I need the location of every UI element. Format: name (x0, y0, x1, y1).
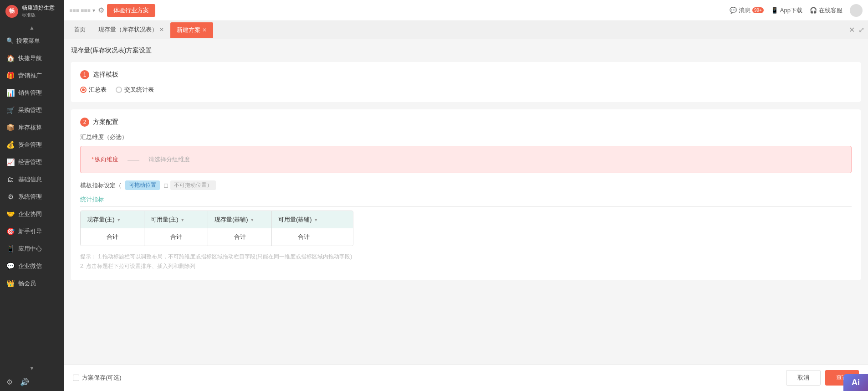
sidebar-icon-system: ⚙ (6, 193, 15, 201)
tab-inventory-status[interactable]: 现存量（库存状况表） ✕ (92, 22, 170, 38)
sidebar-item-system[interactable]: ⚙系统管理 (0, 188, 64, 206)
app-logo-icon: 畅 (5, 5, 18, 18)
radio-cross-label: 交叉统计表 (124, 86, 154, 94)
sidebar-item-quick-nav[interactable]: 🏠快捷导航 (0, 50, 64, 67)
user-avatar[interactable] (850, 4, 863, 17)
step1-badge: 1 (80, 70, 89, 79)
stats-table-body: 合计合计合计合计 (81, 228, 353, 246)
sidebar-item-wechat[interactable]: 💬企业微信 (0, 257, 64, 275)
panel-expand-btn[interactable]: ⤢ (858, 26, 864, 34)
topbar-gear-icon[interactable]: ⚙ (98, 6, 104, 15)
sidebar-item-operations[interactable]: 📈经营管理 (0, 154, 64, 171)
stats-col-label-3: 可用量(基辅) (278, 216, 312, 224)
tab-inventory-close[interactable]: ✕ (159, 26, 164, 33)
sidebar-item-finance[interactable]: 💰资金管理 (0, 136, 64, 154)
sidebar-icon-newbie: 🎯 (6, 227, 15, 236)
sidebar: 畅 畅康通好生意 标准版 ▲ 🔍 搜索菜单 🏠快捷导航🎁营销推广📊销售管理🛒采购… (0, 0, 64, 391)
app-download-btn[interactable]: 📱 App下载 (771, 6, 802, 15)
message-label: 消息 (739, 6, 751, 15)
sidebar-item-marketing[interactable]: 🎁营销推广 (0, 67, 64, 84)
sidebar-item-member[interactable]: 👑畅会员 (0, 275, 64, 292)
sidebar-icon-wechat: 💬 (6, 262, 15, 270)
step2-badge: 2 (80, 118, 89, 127)
sidebar-icon-finance: 💰 (6, 141, 15, 149)
sidebar-label-marketing: 营销推广 (18, 72, 42, 80)
stats-col-header-3[interactable]: 可用量(基辅)▾ (272, 211, 336, 228)
template-settings-row: 模板指标设定（ 可拖动位置 ◻ 不可拖动位置） (80, 180, 852, 190)
sound-footer-icon[interactable]: 🔊 (20, 378, 29, 386)
sidebar-item-newbie[interactable]: 🎯新手引导 (0, 223, 64, 240)
radio-cross[interactable]: 交叉统计表 (116, 86, 154, 94)
sidebar-icon-basic: 🗂 (6, 175, 15, 184)
tab-new-plan-close[interactable]: ✕ (202, 27, 207, 33)
message-btn[interactable]: 💬 消息 99+ (730, 6, 764, 15)
sidebar-label-basic: 基础信息 (18, 175, 42, 184)
stats-table: 现存量(主)▾可用量(主)▾现存量(基辅)▾可用量(基辅)▾ 合计合计合计合计 (80, 211, 353, 246)
col-chevron-0[interactable]: ▾ (117, 217, 120, 223)
sidebar-icon-sales: 📊 (6, 89, 15, 97)
tip-text: 2. 点击标题栏下拉可设置排序、插入列和删除列 (80, 262, 852, 270)
sidebar-item-app-center[interactable]: 📱应用中心 (0, 240, 64, 257)
col-chevron-2[interactable]: ▾ (251, 217, 254, 223)
tabs-bar: 首页 现存量（库存状况表） ✕ 新建方案 ✕ ✕ ⤢ (64, 21, 868, 39)
save-checkbox[interactable] (73, 375, 79, 381)
sidebar-label-contract: 企业协同 (18, 210, 42, 218)
tip-text: 提示： 1.拖动标题栏可以调整布局，不可跨维度或指标区域拖动栏目字段(只能在同一… (80, 253, 852, 261)
sidebar-scroll-up[interactable]: ▲ (0, 23, 64, 32)
col-chevron-3[interactable]: ▾ (315, 217, 317, 223)
sidebar-icon-purchase: 🛒 (6, 106, 15, 114)
bottom-bar: 方案保存(可选) 取消 查询 (64, 364, 868, 391)
sidebar-item-purchase[interactable]: 🛒采购管理 (0, 102, 64, 119)
online-service-btn[interactable]: 🎧 在线客服 (810, 6, 842, 15)
dim-placeholder[interactable]: 请选择分组维度 (148, 155, 190, 164)
sidebar-label-inventory: 库存核算 (18, 123, 42, 132)
template-settings-label: 模板指标设定（ (80, 181, 122, 190)
tab-inventory-label: 现存量（库存状况表） (98, 26, 158, 34)
sidebar-label-newbie: 新手引导 (18, 227, 42, 236)
settings-footer-icon[interactable]: ⚙ (6, 378, 13, 386)
sidebar-item-inventory[interactable]: 📦库存核算 (0, 119, 64, 136)
search-menu-label: 搜索菜单 (16, 37, 40, 45)
sidebar-label-finance: 资金管理 (18, 141, 42, 149)
ai-badge[interactable]: Ai (843, 374, 868, 391)
app-version: 标准版 (22, 12, 55, 18)
stats-col-header-1[interactable]: 可用量(主)▾ (144, 211, 208, 228)
message-icon: 💬 (730, 7, 737, 14)
tab-home-label: 首页 (74, 26, 86, 34)
main-area: ■■■ ■■■ ▾ ⚙ 体验行业方案 💬 消息 99+ 📱 App下载 🎧 在线… (64, 0, 868, 391)
sidebar-scroll-down[interactable]: ▼ (0, 364, 64, 373)
sidebar-item-sales[interactable]: 📊销售管理 (0, 84, 64, 102)
sidebar-nav: 🏠快捷导航🎁营销推广📊销售管理🛒采购管理📦库存核算💰资金管理📈经营管理🗂基础信息… (0, 50, 64, 364)
stats-col-label-2: 现存量(基辅) (214, 216, 248, 224)
sidebar-icon-inventory: 📦 (6, 123, 15, 132)
stats-cell-1: 合计 (144, 228, 208, 246)
tab-new-plan[interactable]: 新建方案 ✕ (170, 22, 213, 38)
topbar-dropdown-icon[interactable]: ▾ (92, 7, 95, 14)
radio-summary[interactable]: 汇总表 (80, 86, 107, 94)
stats-col-header-0[interactable]: 现存量(主)▾ (81, 211, 144, 228)
sidebar-item-basic[interactable]: 🗂基础信息 (0, 171, 64, 188)
sidebar-icon-quick-nav: 🏠 (6, 54, 15, 62)
draggable-badge: 可拖动位置 (125, 180, 160, 190)
app-download-icon: 📱 (771, 7, 778, 14)
service-icon: 🎧 (810, 7, 817, 14)
tab-home[interactable]: 首页 (67, 22, 92, 38)
stats-col-header-2[interactable]: 现存量(基辅)▾ (208, 211, 272, 228)
col-chevron-1[interactable]: ▾ (181, 217, 184, 223)
dimension-area: *纵向维度 —— 请选择分组维度 (80, 146, 852, 173)
try-industry-btn[interactable]: 体验行业方案 (107, 4, 155, 17)
sidebar-label-wechat: 企业微信 (18, 262, 42, 270)
stats-table-header: 现存量(主)▾可用量(主)▾现存量(基辅)▾可用量(基辅)▾ (81, 211, 353, 228)
cancel-button[interactable]: 取消 (786, 370, 821, 386)
search-icon: 🔍 (6, 37, 14, 44)
sidebar-logo: 畅 畅康通好生意 标准版 (0, 0, 64, 23)
sidebar-label-operations: 经营管理 (18, 158, 42, 166)
step2-title: 方案配置 (93, 118, 118, 126)
panel-close-btn[interactable]: ✕ (849, 26, 855, 34)
sidebar-item-contract[interactable]: 🤝企业协同 (0, 206, 64, 223)
search-menu[interactable]: 🔍 搜索菜单 (0, 32, 64, 50)
required-dim-label: *纵向维度 (92, 155, 118, 164)
radio-summary-label: 汇总表 (89, 86, 107, 94)
tips-section: 提示： 1.拖动标题栏可以调整布局，不可跨维度或指标区域拖动栏目字段(只能在同一… (80, 253, 852, 270)
stats-cell-0: 合计 (81, 228, 144, 246)
